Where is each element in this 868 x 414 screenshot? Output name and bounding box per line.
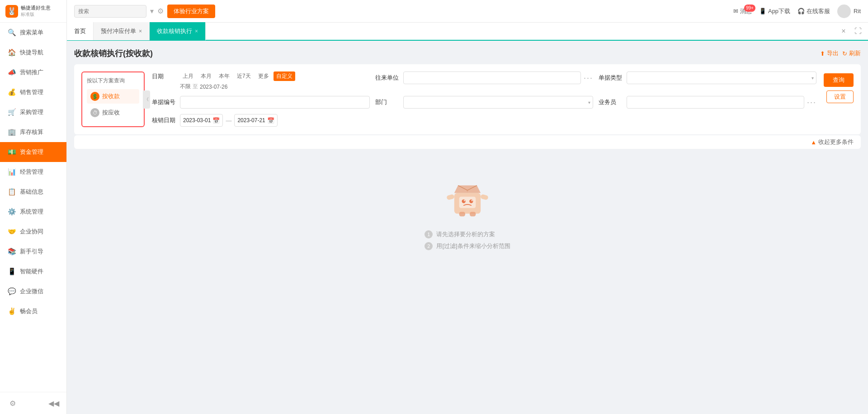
date-to-value: 2023-07-26 bbox=[200, 84, 227, 90]
app-download-label: App下载 bbox=[768, 7, 790, 15]
online-service-button[interactable]: 🎧 在线客服 bbox=[797, 7, 830, 15]
date-btn-custom[interactable]: 自定义 bbox=[274, 71, 295, 81]
verify-date-end-picker[interactable]: 2023-07-21 📅 bbox=[234, 114, 277, 127]
export-button[interactable]: ⬆ 导出 bbox=[820, 49, 839, 57]
main-area: ▾ ⚙ 体验行业方案 ✉ 消息 99+ 📱 App下载 🎧 在线客服 Rit bbox=[67, 0, 868, 414]
topbar-right: ✉ 消息 99+ 📱 App下载 🎧 在线客服 Rit bbox=[733, 5, 861, 18]
dept-label: 部门 bbox=[375, 98, 401, 106]
dept-select[interactable] bbox=[403, 96, 593, 109]
tab-expand-button[interactable]: ⛶ bbox=[852, 25, 864, 38]
tip-text-2: 用[过滤]条件来缩小分析范围 bbox=[436, 242, 510, 250]
avatar bbox=[837, 5, 851, 18]
empty-tips: 1 请先选择要分析的方案 2 用[过滤]条件来缩小分析范围 bbox=[425, 230, 510, 250]
sidebar-settings-button[interactable]: ⚙ bbox=[7, 398, 18, 409]
svg-rect-9 bbox=[470, 212, 476, 216]
date-no-limit-label: 不限 bbox=[180, 83, 191, 90]
sidebar-item-label: 智能硬件 bbox=[20, 267, 43, 276]
messages-container[interactable]: ✉ 消息 99+ bbox=[733, 7, 752, 15]
tab-receipt-offset[interactable]: 收款核销执行 × bbox=[150, 22, 206, 40]
staff-input[interactable] bbox=[627, 96, 804, 109]
filter-fields-area: 日期 上月 本月 本年 近7天 更多 自定义 不限 bbox=[152, 71, 816, 127]
sidebar-item-basic-info[interactable]: 📋 基础信息 bbox=[0, 182, 66, 202]
sidebar-item-label: 畅会员 bbox=[20, 307, 38, 315]
message-icon: ✉ bbox=[733, 8, 738, 14]
logo-text-block: 畅捷通好生意 标准版 bbox=[21, 5, 51, 17]
sidebar-item-guide[interactable]: 📚 新手引导 bbox=[0, 242, 66, 262]
svg-text:?: ? bbox=[467, 190, 468, 193]
tab-receipt-close[interactable]: × bbox=[195, 28, 198, 34]
quick-nav-icon: 🏠 bbox=[7, 48, 16, 57]
settings-gear-icon[interactable]: ⚙ bbox=[157, 7, 164, 15]
verify-date-start-picker[interactable]: 2023-03-01 📅 bbox=[180, 114, 223, 127]
sidebar-item-label: 经营管理 bbox=[20, 168, 43, 176]
filter-option-by-receipt[interactable]: 💲 按收款 bbox=[87, 89, 139, 104]
filter-actions: 查询 设置 bbox=[824, 71, 854, 127]
empty-illustration: ? bbox=[445, 176, 490, 221]
app-download-button[interactable]: 📱 App下载 bbox=[759, 7, 790, 15]
sidebar-logo: 🐰 畅捷通好生意 标准版 bbox=[0, 0, 66, 23]
sidebar-collapse-button[interactable]: ◀◀ bbox=[48, 398, 59, 409]
partner-input[interactable] bbox=[403, 71, 581, 84]
industry-solution-button[interactable]: 体验行业方案 bbox=[167, 5, 215, 18]
doctype-select[interactable] bbox=[627, 71, 816, 84]
filter-settings-button[interactable]: 设置 bbox=[826, 90, 854, 103]
sidebar: 🐰 畅捷通好生意 标准版 🔍 搜索菜单 🏠 快捷导航 📣 营销推广 💰 销售管理… bbox=[0, 0, 67, 414]
sidebar-item-operations[interactable]: 📊 经营管理 bbox=[0, 162, 66, 182]
tip-text-1: 请先选择要分析的方案 bbox=[436, 230, 495, 238]
search-menu-icon: 🔍 bbox=[7, 28, 16, 37]
filter-options-panel: 按以下方案查询 💲 按收款 ⏱ 按应收 《 bbox=[81, 71, 145, 127]
export-icon: ⬆ bbox=[820, 50, 825, 57]
staff-more-icon[interactable]: ··· bbox=[807, 98, 816, 107]
svg-rect-1 bbox=[459, 197, 476, 208]
export-label: 导出 bbox=[827, 49, 839, 57]
tab-receipt-label: 收款核销执行 bbox=[157, 27, 192, 35]
enterprise-icon: 🤝 bbox=[7, 227, 16, 236]
sidebar-bottom: ⚙ ◀◀ bbox=[0, 392, 66, 414]
sidebar-item-system[interactable]: ⚙️ 系统管理 bbox=[0, 202, 66, 222]
tab-home[interactable]: 首页 bbox=[67, 22, 94, 40]
sidebar-item-member[interactable]: ✌️ 畅会员 bbox=[0, 301, 66, 321]
tab-prepay-offset[interactable]: 预付冲应付单 × bbox=[94, 22, 150, 40]
filter-option-by-receivable[interactable]: ⏱ 按应收 bbox=[87, 105, 139, 120]
partner-more-icon[interactable]: ··· bbox=[584, 73, 593, 83]
tab-prepay-close[interactable]: × bbox=[139, 28, 142, 34]
query-button[interactable]: 查询 bbox=[824, 73, 854, 87]
wechat-icon: 💬 bbox=[7, 287, 16, 296]
staff-field: 业务员 ··· bbox=[599, 96, 816, 109]
date-btn-more[interactable]: 更多 bbox=[255, 71, 272, 81]
sidebar-item-sales[interactable]: 💰 销售管理 bbox=[0, 82, 66, 102]
empty-tip-1: 1 请先选择要分析的方案 bbox=[425, 230, 510, 238]
filter-panel-collapse-button[interactable]: 《 bbox=[143, 90, 150, 109]
sidebar-item-search-menu[interactable]: 🔍 搜索菜单 bbox=[0, 23, 66, 43]
tab-close-button[interactable]: × bbox=[837, 25, 850, 38]
sidebar-item-marketing[interactable]: 📣 营销推广 bbox=[0, 62, 66, 82]
user-area[interactable]: Rit bbox=[837, 5, 861, 18]
sidebar-item-wechat[interactable]: 💬 企业微信 bbox=[0, 281, 66, 301]
sidebar-item-quick-nav[interactable]: 🏠 快捷导航 bbox=[0, 43, 66, 62]
verify-date-end-value: 2023-07-21 bbox=[237, 117, 265, 124]
date-btn-7days[interactable]: 近7天 bbox=[234, 71, 254, 81]
collapse-more-bar[interactable]: ▲ 收起更多条件 bbox=[74, 135, 861, 149]
app-sub: 标准版 bbox=[21, 11, 51, 18]
sidebar-item-hardware[interactable]: 📱 智能硬件 bbox=[0, 262, 66, 281]
sidebar-item-inventory[interactable]: 🏢 库存核算 bbox=[0, 122, 66, 142]
page-header: 收款核销执行(按收款) ⬆ 导出 ↻ 刷新 bbox=[74, 48, 861, 59]
date-btn-this-month[interactable]: 本月 bbox=[198, 71, 214, 81]
verify-date-label: 核销日期 bbox=[152, 116, 177, 124]
svg-point-5 bbox=[471, 200, 472, 201]
search-dropdown-icon[interactable]: ▾ bbox=[150, 7, 154, 15]
svg-point-3 bbox=[469, 200, 473, 203]
sidebar-item-finance[interactable]: 💵 资金管理 bbox=[0, 142, 66, 162]
date-btn-this-year[interactable]: 本年 bbox=[216, 71, 232, 81]
partner-label: 往来单位 bbox=[375, 74, 401, 82]
filter-row-2: 单据编号 部门 ▾ bbox=[152, 96, 816, 109]
refresh-label: 刷新 bbox=[849, 49, 861, 57]
sidebar-item-purchase[interactable]: 🛒 采购管理 bbox=[0, 102, 66, 122]
refresh-button[interactable]: ↻ 刷新 bbox=[842, 49, 861, 57]
docno-input[interactable] bbox=[180, 96, 370, 109]
date-btn-last-month[interactable]: 上月 bbox=[180, 71, 196, 81]
svg-point-4 bbox=[464, 200, 465, 201]
search-input[interactable] bbox=[74, 5, 146, 18]
date-row-top: 日期 上月 本月 本年 近7天 更多 自定义 bbox=[152, 71, 370, 81]
sidebar-item-enterprise[interactable]: 🤝 企业协同 bbox=[0, 222, 66, 242]
